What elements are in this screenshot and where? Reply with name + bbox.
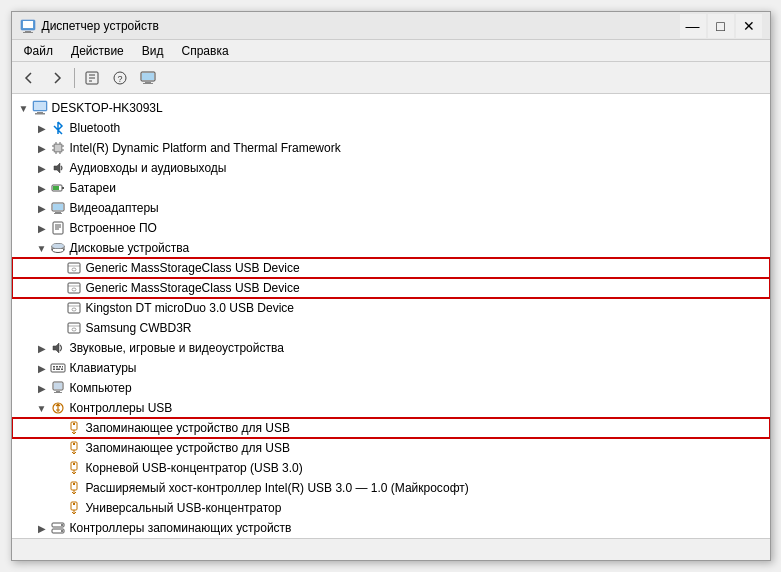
svg-rect-35 bbox=[54, 213, 62, 214]
toolbar-forward[interactable] bbox=[44, 66, 70, 90]
tree-item-computer[interactable]: ▶ Компьютер bbox=[12, 378, 770, 398]
toolbar-help[interactable]: ? bbox=[107, 66, 133, 90]
svg-rect-76 bbox=[73, 463, 75, 465]
svg-point-47 bbox=[72, 268, 76, 271]
menu-action[interactable]: Действие bbox=[63, 42, 132, 60]
usb-hub-icon bbox=[66, 500, 82, 516]
svg-rect-63 bbox=[53, 369, 55, 371]
svg-rect-31 bbox=[53, 186, 59, 190]
tree-item-sound[interactable]: ▶ Звуковые, игровые и видеоустройства bbox=[12, 338, 770, 358]
svg-rect-12 bbox=[145, 82, 151, 83]
toolbar-display[interactable] bbox=[135, 66, 161, 90]
tree-item-usb1[interactable]: ▶ Generic MassStorageClass USB Device bbox=[12, 258, 770, 278]
svg-rect-17 bbox=[35, 113, 45, 115]
svg-rect-16 bbox=[37, 112, 43, 113]
svg-rect-80 bbox=[73, 503, 75, 505]
computer2-icon bbox=[50, 380, 66, 396]
toolbar: ? bbox=[12, 62, 770, 94]
title-bar-buttons: — □ ✕ bbox=[680, 14, 762, 38]
tree-item-display[interactable]: ▶ Видеоадаптеры bbox=[12, 198, 770, 218]
usbdisk-icon-1 bbox=[66, 260, 82, 276]
expand-bluetooth[interactable]: ▶ bbox=[34, 120, 50, 136]
battery-icon bbox=[50, 180, 66, 196]
expand-disk[interactable]: ▼ bbox=[34, 240, 50, 256]
svg-rect-2 bbox=[25, 31, 31, 32]
usb-mem1-icon bbox=[66, 420, 82, 436]
tree-item-usb-ctrl[interactable]: ▼ Контроллеры USB bbox=[12, 398, 770, 418]
svg-point-44 bbox=[52, 244, 64, 249]
menu-view[interactable]: Вид bbox=[134, 42, 172, 60]
status-bar bbox=[12, 538, 770, 560]
tree-root-label: DESKTOP-HK3093L bbox=[52, 101, 163, 115]
usb-mem2-icon bbox=[66, 440, 82, 456]
keyboard-label: Клавиатуры bbox=[70, 361, 137, 375]
close-button[interactable]: ✕ bbox=[736, 14, 762, 38]
storage-ctrl-label: Контроллеры запоминающих устройств bbox=[70, 521, 292, 535]
kingston-label: Kingston DT microDuo 3.0 USB Device bbox=[86, 301, 295, 315]
svg-rect-3 bbox=[23, 32, 33, 33]
tree-item-usb-ext[interactable]: ▶ Расширяемый хост-контроллер Intel(R) U… bbox=[12, 478, 770, 498]
usb-ext-icon bbox=[66, 480, 82, 496]
toolbar-sep1 bbox=[74, 68, 75, 88]
title-bar-icon bbox=[20, 18, 36, 34]
expand-intel[interactable]: ▶ bbox=[34, 140, 50, 156]
expand-usb-ctrl[interactable]: ▼ bbox=[34, 400, 50, 416]
disk-icon bbox=[50, 240, 66, 256]
tree-item-usb-root[interactable]: ▶ Корневой USB-концентратор (USB 3.0) bbox=[12, 458, 770, 478]
tree-item-usb-hub[interactable]: ▶ Универсальный USB-концентратор bbox=[12, 498, 770, 518]
svg-rect-59 bbox=[53, 366, 55, 368]
tree-item-usb2[interactable]: ▶ Generic MassStorageClass USB Device bbox=[12, 278, 770, 298]
expand-audio[interactable]: ▶ bbox=[34, 160, 50, 176]
tree-item-keyboard[interactable]: ▶ Клавиатуры bbox=[12, 358, 770, 378]
tree-item-kingston[interactable]: ▶ Kingston DT microDuo 3.0 USB Device bbox=[12, 298, 770, 318]
usb-ctrl-label: Контроллеры USB bbox=[70, 401, 173, 415]
disk-label: Дисковые устройства bbox=[70, 241, 190, 255]
svg-rect-74 bbox=[73, 443, 75, 445]
menu-file[interactable]: Файл bbox=[16, 42, 62, 60]
tree-item-audio[interactable]: ▶ Аудиовходы и аудиовыходы bbox=[12, 158, 770, 178]
minimize-button[interactable]: — bbox=[680, 14, 706, 38]
computer-label: Компьютер bbox=[70, 381, 132, 395]
expand-computer[interactable]: ▶ bbox=[34, 380, 50, 396]
samsung-label: Samsung CWBD3R bbox=[86, 321, 192, 335]
expand-root[interactable]: ▼ bbox=[16, 100, 32, 116]
expand-sound[interactable]: ▶ bbox=[34, 340, 50, 356]
expand-display[interactable]: ▶ bbox=[34, 200, 50, 216]
usb-hub-label: Универсальный USB-концентратор bbox=[86, 501, 282, 515]
tree-item-usb-mem1[interactable]: ▶ Запоминающее устройство для USB bbox=[12, 418, 770, 438]
usb-mem2-label: Запоминающее устройство для USB bbox=[86, 441, 290, 455]
svg-rect-68 bbox=[56, 391, 60, 392]
firmware-icon bbox=[50, 220, 66, 236]
tree-item-intel[interactable]: ▶ Intel(R) Dynamic Pla bbox=[12, 138, 770, 158]
expand-firmware[interactable]: ▶ bbox=[34, 220, 50, 236]
tree-root[interactable]: ▼ DESKTOP-HK3093L bbox=[12, 98, 770, 118]
bluetooth-label: Bluetooth bbox=[70, 121, 121, 135]
svg-rect-33 bbox=[53, 204, 63, 210]
toolbar-back[interactable] bbox=[16, 66, 42, 90]
keyboard-icon bbox=[50, 360, 66, 376]
tree-item-disk[interactable]: ▼ Дисковые устройства bbox=[12, 238, 770, 258]
tree-item-samsung[interactable]: ▶ Samsung CWBD3R bbox=[12, 318, 770, 338]
svg-point-56 bbox=[72, 328, 76, 331]
maximize-button[interactable]: □ bbox=[708, 14, 734, 38]
usb2-label: Generic MassStorageClass USB Device bbox=[86, 281, 300, 295]
tree-item-storage-ctrl[interactable]: ▶ Контроллеры запоминающих устройств bbox=[12, 518, 770, 538]
tree-item-battery[interactable]: ▶ Батареи bbox=[12, 178, 770, 198]
display-label: Видеоадаптеры bbox=[70, 201, 159, 215]
toolbar-properties[interactable] bbox=[79, 66, 105, 90]
tree-item-firmware[interactable]: ▶ Встроенное ПО bbox=[12, 218, 770, 238]
menu-help[interactable]: Справка bbox=[174, 42, 237, 60]
expand-battery[interactable]: ▶ bbox=[34, 180, 50, 196]
tree-item-bluetooth[interactable]: ▶ Bluetooth bbox=[12, 118, 770, 138]
storage-ctrl-icon bbox=[50, 520, 66, 536]
expand-storage-ctrl[interactable]: ▶ bbox=[34, 520, 50, 536]
tree-item-usb-mem2[interactable]: ▶ Запоминающее устройство для USB bbox=[12, 438, 770, 458]
battery-label: Батареи bbox=[70, 181, 116, 195]
svg-rect-64 bbox=[56, 369, 60, 371]
menu-bar: Файл Действие Вид Справка bbox=[12, 40, 770, 62]
svg-rect-13 bbox=[143, 83, 153, 84]
device-tree[interactable]: ▼ DESKTOP-HK3093L ▶ bbox=[12, 94, 770, 538]
expand-keyboard[interactable]: ▶ bbox=[34, 360, 50, 376]
content-area: ▼ DESKTOP-HK3093L ▶ bbox=[12, 94, 770, 538]
bluetooth-icon bbox=[50, 120, 66, 136]
